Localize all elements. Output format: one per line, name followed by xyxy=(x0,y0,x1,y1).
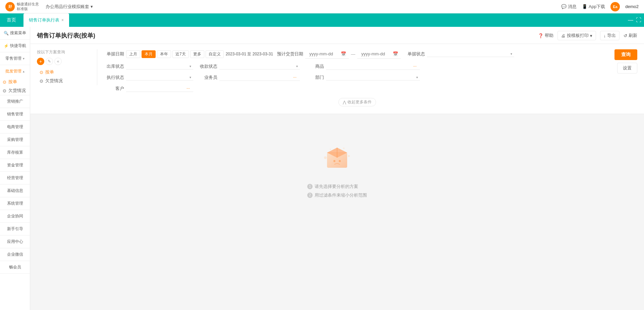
expected-date-start-input[interactable] xyxy=(307,50,341,57)
collapse-plan-button[interactable]: « xyxy=(54,58,62,65)
salesperson-more-icon[interactable]: ··· xyxy=(292,75,298,80)
salesperson-select[interactable]: ··· xyxy=(219,74,300,81)
doc-status-select[interactable]: ▾ xyxy=(427,51,514,57)
receipt-status-select[interactable]: ▾ xyxy=(219,63,300,69)
help-button[interactable]: ❓ 帮助 xyxy=(538,33,553,39)
empty-state: 1 请先选择要分析的方案 2 用过滤条件来缩小分析范围 xyxy=(30,114,644,226)
date-btn-custom[interactable]: 自定义 xyxy=(206,50,224,58)
sidebar-item-ecommerce-section: 电商管理 xyxy=(0,121,30,134)
sidebar-item-sales[interactable]: 销售管理 xyxy=(0,108,30,120)
date-btn-last7[interactable]: 近7天 xyxy=(172,50,189,58)
date-btn-more[interactable]: 更多 xyxy=(190,50,204,58)
tab-active[interactable]: 销售订单执行表 × xyxy=(23,13,69,27)
sidebar-search-btn[interactable]: 🔍 搜索菜单 xyxy=(0,27,30,39)
filter-group-salesperson: 业务员 ··· xyxy=(197,74,300,81)
query-button[interactable]: 查询 xyxy=(614,49,637,60)
tab-active-label: 销售订单执行表 xyxy=(29,17,59,23)
date-btn-this-year[interactable]: 本年 xyxy=(157,50,171,58)
export-button[interactable]: ↓ 导出 xyxy=(600,31,620,40)
customer-label: 客户 xyxy=(104,86,124,92)
filter-area-right: 单据日期 上月 本月 本年 近7天 更多 自定义 xyxy=(97,49,637,108)
filter-panel: 按以下方案查询 + ✎ « ⊙ 按单 ⊙ 欠货情况 xyxy=(30,44,644,114)
sidebar-item-member[interactable]: 畅会员 xyxy=(0,261,30,273)
tabbar: 首页 销售订单执行表 × — ⛶ xyxy=(0,13,644,27)
expected-date-start-wrap: 📅 xyxy=(305,49,349,59)
download-icon: 📱 xyxy=(582,4,587,9)
exec-status-arrow-icon: ▾ xyxy=(190,75,191,79)
doc-status-arrow-icon: ▾ xyxy=(511,52,512,56)
plan-item-debt[interactable]: ⊙ 欠货情况 xyxy=(37,76,93,85)
sidebar-item-wechat-section: 企业微信 xyxy=(0,248,30,261)
tabbar-expand-icon[interactable]: ⛶ xyxy=(636,17,641,23)
export-icon: ↓ xyxy=(604,33,606,38)
sidebar-item-retail-section: 零售管理 ▾ xyxy=(0,52,30,65)
goods-more-icon[interactable]: ··· xyxy=(412,64,418,68)
calendar-start-icon[interactable]: 📅 xyxy=(341,51,346,56)
print-button[interactable]: 🖨 按模板打印 ▾ xyxy=(557,31,596,40)
nav-dropdown[interactable]: 办公用品行业模拟账套 ▾ xyxy=(46,4,93,10)
avatar[interactable]: Ea xyxy=(610,2,620,11)
date-quick-buttons: 上月 本月 本年 近7天 更多 自定义 xyxy=(126,50,224,58)
sidebar-item-retail[interactable]: 零售管理 ▾ xyxy=(0,52,30,65)
customer-select[interactable]: ··· xyxy=(126,85,193,92)
calendar-end-icon[interactable]: 📅 xyxy=(393,51,398,56)
messages-button[interactable]: 💬 消息 xyxy=(561,4,577,10)
message-icon: 💬 xyxy=(561,4,567,9)
add-plan-button[interactable]: + xyxy=(37,58,44,65)
sidebar-item-corp[interactable]: 企业协同 xyxy=(0,210,30,222)
tab-home[interactable]: 首页 xyxy=(0,13,23,27)
filter-group-goods: 商品 ··· xyxy=(304,63,420,70)
date-btn-last-month[interactable]: 上月 xyxy=(126,50,140,58)
filter-group-exec-status: 执行状态 ▾ xyxy=(104,74,193,81)
sidebar-plan-order[interactable]: ⊙ 按单 xyxy=(0,78,30,86)
sidebar-item-finance-section: 资金管理 xyxy=(0,159,30,172)
sidebar-item-finance[interactable]: 资金管理 xyxy=(0,159,30,171)
expected-date-end-input[interactable] xyxy=(359,50,393,57)
sidebar-item-marketing[interactable]: 营销推广 xyxy=(0,95,30,108)
print-dropdown-icon: ▾ xyxy=(590,33,592,38)
exec-status-select[interactable]: ▾ xyxy=(126,74,193,81)
sidebar-item-basic[interactable]: 基础信息 xyxy=(0,185,30,197)
customer-more-icon[interactable]: ··· xyxy=(185,86,191,91)
filter-group-doc-status: 单据状态 ▾ xyxy=(405,51,514,57)
dept-select[interactable]: ▾ xyxy=(326,74,420,81)
topbar-right: 💬 消息 📱 App下载 Ea demo2 xyxy=(561,2,639,11)
sidebar-item-member-section: 畅会员 xyxy=(0,261,30,274)
sidebar-item-system[interactable]: 系统管理 xyxy=(0,197,30,210)
topbar: 好 畅捷通好生意 标准版 办公用品行业模拟账套 ▾ 💬 消息 📱 App下载 E… xyxy=(0,0,644,13)
sidebar-item-inventory[interactable]: 库存核算 xyxy=(0,146,30,159)
sidebar-item-operation[interactable]: 经营管理 xyxy=(0,172,30,184)
sidebar-item-newbie[interactable]: 新手引导 xyxy=(0,223,30,235)
refresh-button[interactable]: ↺ 刷新 xyxy=(624,33,637,39)
date-btn-this-month[interactable]: 本月 xyxy=(142,50,156,58)
page-actions: ❓ 帮助 🖨 按模板打印 ▾ ↓ 导出 ↺ 刷新 xyxy=(538,31,638,44)
setting-button[interactable]: 设置 xyxy=(617,63,637,73)
receipt-status-arrow-icon: ▾ xyxy=(296,64,298,68)
tabbar-minimize-icon[interactable]: — xyxy=(628,17,633,23)
empty-tips: 1 请先选择要分析的方案 2 用过滤条件来缩小分析范围 xyxy=(307,182,367,200)
sidebar-item-wechat[interactable]: 企业微信 xyxy=(0,248,30,261)
sidebar-item-ecommerce[interactable]: 电商管理 xyxy=(0,121,30,133)
sidebar-item-quicknav[interactable]: ⚡ 快捷导航 xyxy=(0,40,30,52)
app-download-button[interactable]: 📱 App下载 xyxy=(582,4,605,10)
filter-row-3: 执行状态 ▾ 业务员 ··· xyxy=(104,74,610,81)
svg-point-5 xyxy=(348,155,350,157)
empty-illustration xyxy=(320,141,354,175)
sidebar-plan-debt[interactable]: ⊙ 欠货情况 xyxy=(0,86,30,95)
exec-status-label: 执行状态 xyxy=(104,74,124,81)
edit-plan-button[interactable]: ✎ xyxy=(46,58,53,65)
plan-item-order[interactable]: ⊙ 按单 xyxy=(37,68,93,76)
empty-tip-1: 1 请先选择要分析的方案 xyxy=(307,182,367,191)
collapse-button[interactable]: ⋀ 收起更多条件 xyxy=(338,98,376,106)
sidebar-item-wholesale[interactable]: 批发管理 ▴ xyxy=(0,65,30,78)
goods-select[interactable]: ··· xyxy=(326,63,420,70)
tab-close-icon[interactable]: × xyxy=(61,18,64,22)
filter-group-docdate: 单据日期 上月 本月 本年 近7天 更多 自定义 xyxy=(104,50,273,58)
sidebar-quicknav-section: ⚡ 快捷导航 xyxy=(0,40,30,52)
sidebar-item-purchase[interactable]: 采购管理 xyxy=(0,134,30,146)
filter-group-expected-date: 预计交货日期 📅 — 📅 xyxy=(277,49,401,59)
out-status-select[interactable]: ▾ xyxy=(126,63,193,69)
sidebar-item-appstore[interactable]: 应用中心 xyxy=(0,236,30,248)
filter-row-4: 客户 ··· xyxy=(104,85,610,92)
refresh-icon: ↺ xyxy=(624,33,627,38)
